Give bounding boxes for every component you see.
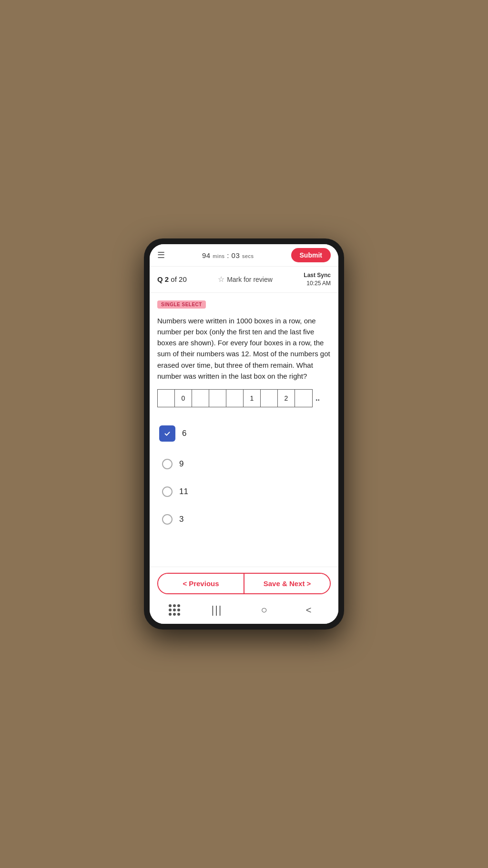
content-area: SINGLE SELECT Numbers were written in 10… bbox=[150, 293, 338, 567]
android-recent-button[interactable]: < bbox=[298, 603, 319, 618]
num-box-9 bbox=[295, 390, 312, 407]
last-sync-time: 10:25 AM bbox=[304, 279, 331, 288]
android-home-button[interactable]: ○ bbox=[254, 602, 275, 618]
previous-button[interactable]: < Previous bbox=[158, 574, 244, 593]
option-3-label: 3 bbox=[179, 515, 183, 524]
question-type-badge: SINGLE SELECT bbox=[157, 300, 206, 309]
phone-screen: ☰ 94 mins : 03 secs Submit Q 2 of 20 ☆ M… bbox=[150, 244, 338, 624]
timer: 94 mins : 03 secs bbox=[202, 251, 254, 259]
save-next-icon: > bbox=[306, 579, 311, 588]
save-next-label: Save & Next bbox=[264, 579, 305, 588]
option-11-radio bbox=[162, 486, 173, 497]
previous-label: Previous bbox=[189, 579, 219, 588]
question-text: Numbers were written in 1000 boxes in a … bbox=[157, 315, 331, 382]
question-number: Q 2 of 20 bbox=[157, 275, 187, 284]
option-6-selected-indicator bbox=[159, 425, 175, 442]
submit-button[interactable]: Submit bbox=[291, 248, 331, 262]
number-boxes-container: 0 1 2 .. bbox=[157, 389, 331, 407]
timer-mins: 94 bbox=[202, 251, 211, 259]
option-3[interactable]: 3 bbox=[157, 506, 331, 533]
box-row: 0 1 2 bbox=[157, 389, 313, 407]
document-icon: ☰ bbox=[157, 250, 165, 260]
top-bar: ☰ 94 mins : 03 secs Submit bbox=[150, 244, 338, 267]
timer-mins-label: mins bbox=[213, 253, 224, 259]
num-box-8: 2 bbox=[278, 390, 295, 407]
option-6[interactable]: 6 bbox=[157, 417, 331, 450]
option-9-label: 9 bbox=[179, 459, 183, 469]
option-9[interactable]: 9 bbox=[157, 450, 331, 478]
num-box-7 bbox=[261, 390, 278, 407]
grid-menu-icon[interactable] bbox=[169, 604, 180, 616]
previous-icon: < bbox=[183, 579, 187, 588]
option-6-label: 6 bbox=[182, 429, 186, 438]
option-3-radio bbox=[162, 514, 173, 525]
num-box-3 bbox=[192, 390, 209, 407]
bottom-nav: < Previous Save & Next > bbox=[150, 567, 338, 624]
mark-for-review-button[interactable]: ☆ Mark for review bbox=[218, 275, 273, 284]
option-11-label: 11 bbox=[179, 487, 188, 496]
timer-secs: 03 bbox=[232, 251, 240, 259]
timer-colon: : bbox=[227, 251, 231, 259]
answer-options: 6 9 11 3 bbox=[157, 417, 331, 533]
num-box-6: 1 bbox=[244, 390, 261, 407]
timer-secs-label: secs bbox=[242, 253, 254, 259]
last-sync-label: Last Sync bbox=[304, 271, 331, 279]
mark-review-label: Mark for review bbox=[227, 276, 273, 283]
question-meta-bar: Q 2 of 20 ☆ Mark for review Last Sync 10… bbox=[150, 267, 338, 293]
option-11[interactable]: 11 bbox=[157, 478, 331, 506]
last-sync-info: Last Sync 10:25 AM bbox=[304, 271, 331, 288]
star-icon: ☆ bbox=[218, 275, 224, 284]
nav-button-group: < Previous Save & Next > bbox=[157, 573, 331, 594]
num-box-5 bbox=[226, 390, 244, 407]
android-navigation-bar: ||| ○ < bbox=[157, 600, 331, 620]
num-box-1 bbox=[158, 390, 175, 407]
save-next-button[interactable]: Save & Next > bbox=[244, 574, 330, 593]
android-back-button[interactable]: ||| bbox=[203, 602, 230, 618]
phone-device: ☰ 94 mins : 03 secs Submit Q 2 of 20 ☆ M… bbox=[144, 238, 344, 630]
svg-point-0 bbox=[163, 430, 171, 437]
box-ellipsis: .. bbox=[315, 394, 320, 403]
option-9-radio bbox=[162, 459, 173, 469]
num-box-2: 0 bbox=[175, 390, 192, 407]
num-box-4 bbox=[209, 390, 226, 407]
checkmark-icon bbox=[163, 429, 172, 438]
